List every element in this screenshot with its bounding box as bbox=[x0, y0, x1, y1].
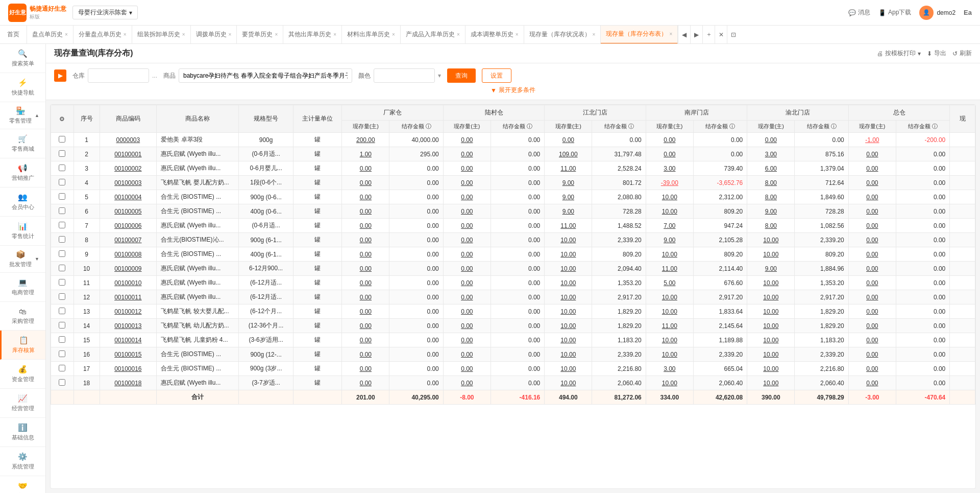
tab-close-all-btn[interactable]: ✕ bbox=[715, 26, 727, 44]
row-checkbox[interactable] bbox=[51, 319, 74, 333]
row-yubei-qty[interactable]: 10.00 bbox=[747, 347, 795, 362]
row-checkbox[interactable] bbox=[51, 247, 74, 262]
row-chanjia-qty[interactable]: 0.00 bbox=[342, 219, 389, 233]
row-yubei-qty[interactable]: 9.00 bbox=[747, 262, 795, 276]
tab-close-6[interactable]: × bbox=[333, 32, 336, 37]
row-chanjia-qty[interactable]: 0.00 bbox=[342, 304, 389, 319]
row-lucun-qty[interactable]: 0.00 bbox=[443, 204, 491, 219]
row-jiangbei-qty[interactable]: 11.00 bbox=[545, 161, 592, 176]
goods-input[interactable] bbox=[179, 68, 352, 83]
row-zong-qty[interactable]: 0.00 bbox=[848, 262, 896, 276]
row-nanan-qty[interactable]: 10.00 bbox=[646, 304, 693, 319]
row-checkbox[interactable] bbox=[51, 147, 74, 161]
row-checkbox[interactable] bbox=[51, 233, 74, 247]
row-lucun-qty[interactable]: 0.00 bbox=[443, 133, 491, 147]
row-jiangbei-qty[interactable]: 10.00 bbox=[545, 276, 592, 290]
row-zong-qty[interactable]: 0.00 bbox=[848, 319, 896, 333]
row-nanan-qty[interactable]: 10.00 bbox=[646, 290, 693, 304]
row-jiangbei-qty[interactable]: 9.00 bbox=[545, 176, 592, 190]
row-nanan-qty[interactable]: 3.00 bbox=[646, 161, 693, 176]
row-yubei-qty[interactable]: 10.00 bbox=[747, 333, 795, 347]
tab-close-3[interactable]: × bbox=[182, 32, 185, 37]
tab-4[interactable]: 调拨单历史× bbox=[191, 26, 237, 44]
row-zong-qty[interactable]: 0.00 bbox=[848, 176, 896, 190]
row-lucun-qty[interactable]: 0.00 bbox=[443, 219, 491, 233]
expand-more-btn[interactable]: ▼ 展开更多条件 bbox=[491, 86, 535, 95]
row-yubei-qty[interactable]: 10.00 bbox=[747, 276, 795, 290]
row-checkbox[interactable] bbox=[51, 333, 74, 347]
warehouse-dots[interactable]: ... bbox=[152, 72, 157, 79]
row-jiangbei-qty[interactable]: 10.00 bbox=[545, 290, 592, 304]
sidebar-item-marketing[interactable]: 📢 营销推广 bbox=[0, 158, 45, 187]
row-chanjia-qty[interactable]: 1.00 bbox=[342, 147, 389, 161]
tab-1[interactable]: 盘点单历史× bbox=[27, 26, 74, 44]
expand-arrow-btn[interactable]: ▶ bbox=[54, 69, 66, 82]
sidebar-item-inventory[interactable]: 📋 库存核算 bbox=[0, 331, 45, 360]
sidebar-item-retail-mgmt[interactable]: 🏪 零售管理 ▲ bbox=[0, 102, 45, 129]
row-lucun-qty[interactable]: 0.00 bbox=[443, 304, 491, 319]
row-jiangbei-qty[interactable]: 10.00 bbox=[545, 362, 592, 376]
row-nanan-qty[interactable]: 0.00 bbox=[646, 147, 693, 161]
row-chanjia-qty[interactable]: 0.00 bbox=[342, 233, 389, 247]
row-checkbox[interactable] bbox=[51, 290, 74, 304]
row-code[interactable]: 00100016 bbox=[100, 362, 157, 376]
sidebar-item-finance[interactable]: 💰 资金管理 bbox=[0, 360, 45, 389]
row-jiangbei-qty[interactable]: 10.00 bbox=[545, 247, 592, 262]
row-yubei-qty[interactable]: 3.00 bbox=[747, 147, 795, 161]
tab-expand-btn[interactable]: ⊡ bbox=[727, 26, 739, 44]
tab-5[interactable]: 要货单历史× bbox=[237, 26, 283, 44]
row-checkbox[interactable] bbox=[51, 262, 74, 276]
row-code[interactable]: 00100018 bbox=[100, 376, 157, 390]
tab-11-active[interactable]: 现存量（库存分布表）× bbox=[601, 26, 678, 44]
row-chanjia-qty[interactable]: 0.00 bbox=[342, 276, 389, 290]
row-jiangbei-qty[interactable]: 9.00 bbox=[545, 190, 592, 204]
color-input[interactable] bbox=[374, 68, 435, 83]
row-zong-qty[interactable]: 0.00 bbox=[848, 219, 896, 233]
row-zong-qty[interactable]: 0.00 bbox=[848, 204, 896, 219]
row-code[interactable]: 00100010 bbox=[100, 276, 157, 290]
user-avatar[interactable]: 👤 demo2 bbox=[919, 6, 955, 20]
tab-nav-next[interactable]: ▶ bbox=[690, 26, 702, 44]
row-yubei-qty[interactable]: 10.00 bbox=[747, 304, 795, 319]
row-code[interactable]: 00100001 bbox=[100, 147, 157, 161]
tab-close-8[interactable]: × bbox=[457, 32, 460, 37]
row-zong-qty[interactable]: 0.00 bbox=[848, 304, 896, 319]
tab-add-btn[interactable]: ＋ bbox=[702, 26, 715, 44]
row-yubei-qty[interactable]: 10.00 bbox=[747, 362, 795, 376]
row-chanjia-qty[interactable]: 0.00 bbox=[342, 319, 389, 333]
row-code[interactable]: 00100014 bbox=[100, 333, 157, 347]
row-lucun-qty[interactable]: 0.00 bbox=[443, 176, 491, 190]
sidebar-item-mall[interactable]: 🛒 零售商城 bbox=[0, 129, 45, 158]
row-yubei-qty[interactable]: 10.00 bbox=[747, 247, 795, 262]
search-button[interactable]: 查询 bbox=[447, 68, 476, 83]
sidebar-item-ops[interactable]: 📈 经营管理 bbox=[0, 389, 45, 418]
row-yubei-qty[interactable]: 6.00 bbox=[747, 161, 795, 176]
row-nanan-qty[interactable]: 11.00 bbox=[646, 262, 693, 276]
row-checkbox[interactable] bbox=[51, 133, 74, 147]
row-zong-qty[interactable]: 0.00 bbox=[848, 347, 896, 362]
row-yubei-qty[interactable]: 8.00 bbox=[747, 190, 795, 204]
row-nanan-qty[interactable]: 10.00 bbox=[646, 190, 693, 204]
sidebar-item-basic[interactable]: ℹ️ 基础信息 bbox=[0, 418, 45, 447]
sidebar-item-purchase[interactable]: 🛍 采购管理 bbox=[0, 302, 45, 331]
row-lucun-qty[interactable]: 0.00 bbox=[443, 233, 491, 247]
row-zong-qty[interactable]: 0.00 bbox=[848, 276, 896, 290]
row-jiangbei-qty[interactable]: 10.00 bbox=[545, 376, 592, 390]
row-code[interactable]: 00100004 bbox=[100, 190, 157, 204]
row-checkbox[interactable] bbox=[51, 176, 74, 190]
row-jiangbei-qty[interactable]: 0.00 bbox=[545, 133, 592, 147]
sidebar-item-nav[interactable]: ⚡ 快捷导航 bbox=[0, 73, 45, 102]
app-download-btn[interactable]: 📱 App下载 bbox=[878, 8, 911, 17]
row-lucun-qty[interactable]: 0.00 bbox=[443, 262, 491, 276]
row-zong-qty[interactable]: 0.00 bbox=[848, 233, 896, 247]
row-lucun-qty[interactable]: 0.00 bbox=[443, 347, 491, 362]
tab-2[interactable]: 分量盘点单历史× bbox=[74, 26, 132, 44]
row-nanan-qty[interactable]: 10.00 bbox=[646, 333, 693, 347]
setting-button[interactable]: 设置 bbox=[482, 68, 511, 83]
row-code[interactable]: 00100009 bbox=[100, 262, 157, 276]
tab-home[interactable]: 首页 bbox=[0, 26, 27, 44]
row-zong-qty[interactable]: 0.00 bbox=[848, 190, 896, 204]
row-yubei-qty[interactable]: 0.00 bbox=[747, 133, 795, 147]
row-checkbox[interactable] bbox=[51, 219, 74, 233]
row-code[interactable]: 00100007 bbox=[100, 233, 157, 247]
